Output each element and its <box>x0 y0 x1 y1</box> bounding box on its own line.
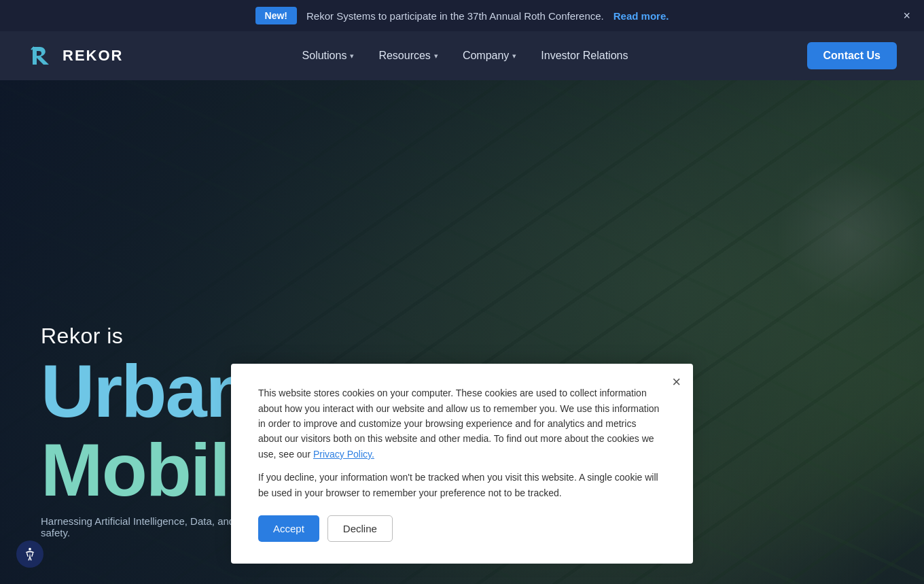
chevron-down-icon: ▾ <box>350 52 354 61</box>
decline-cookies-button[interactable]: Decline <box>327 515 393 542</box>
announcement-bar: New! Rekor Systems to participate in the… <box>0 0 924 31</box>
rekor-logo-icon <box>27 41 56 70</box>
cookie-text-2: If you decline, your information won't b… <box>258 470 660 500</box>
nav-item-resources[interactable]: Resources ▾ <box>378 50 438 62</box>
announcement-close-button[interactable]: × <box>903 10 910 22</box>
cookie-banner: × This website stores cookies on your co… <box>231 364 693 564</box>
announcement-text: Rekor Systems to participate in the 37th… <box>306 10 604 22</box>
cookie-actions: Accept Decline <box>258 515 660 542</box>
accessibility-button[interactable] <box>16 540 43 568</box>
privacy-policy-link[interactable]: Privacy Policy. <box>313 449 374 460</box>
nav-item-solutions[interactable]: Solutions ▾ <box>302 50 355 62</box>
contact-us-button[interactable]: Contact Us <box>807 42 897 69</box>
nav-label-investor-relations: Investor Relations <box>541 50 628 62</box>
nav-item-company[interactable]: Company ▾ <box>463 50 516 62</box>
nav-label-company: Company <box>463 50 509 62</box>
chevron-down-icon: ▾ <box>512 52 516 61</box>
new-badge: New! <box>255 7 297 24</box>
cookie-close-button[interactable]: × <box>672 373 681 391</box>
nav-item-investor-relations[interactable]: Investor Relations <box>541 50 628 62</box>
accessibility-icon <box>22 547 37 562</box>
svg-line-3 <box>26 553 28 557</box>
chevron-down-icon: ▾ <box>434 52 438 61</box>
accept-cookies-button[interactable]: Accept <box>258 515 319 542</box>
hero-pre-title: Rekor is <box>41 324 482 349</box>
nav-links: Solutions ▾ Resources ▾ Company ▾ Invest… <box>302 50 628 62</box>
nav-label-solutions: Solutions <box>302 50 347 62</box>
read-more-link[interactable]: Read more. <box>614 10 669 22</box>
navbar: REKOR Solutions ▾ Resources ▾ Company ▾ … <box>0 31 924 80</box>
nav-label-resources: Resources <box>378 50 430 62</box>
svg-line-4 <box>32 553 33 557</box>
cookie-text-1: This website stores cookies on your comp… <box>258 385 660 462</box>
svg-point-2 <box>29 548 31 551</box>
logo-link[interactable]: REKOR <box>27 41 123 70</box>
logo-text: REKOR <box>63 47 123 65</box>
